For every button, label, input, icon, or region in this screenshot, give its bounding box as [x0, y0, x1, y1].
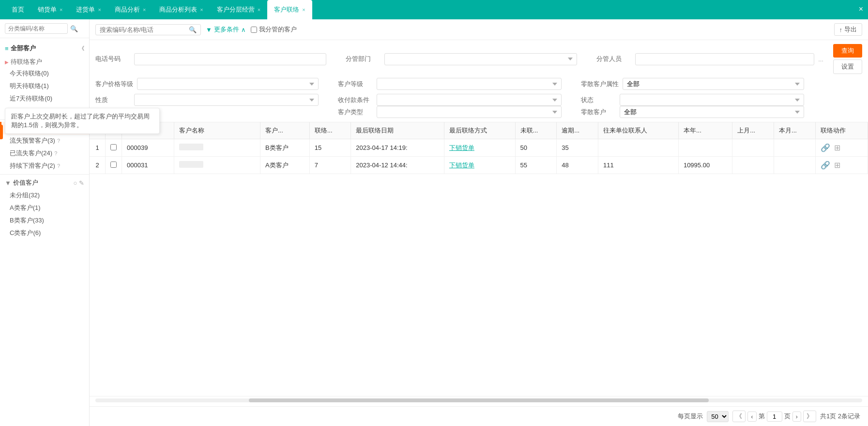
row-checkbox-cell: [106, 139, 122, 157]
page-input[interactable]: [767, 411, 782, 422]
row-this-month: [774, 139, 816, 157]
col-header-last-contact-method: 最后联络方式: [444, 122, 515, 139]
payment-select[interactable]: [377, 94, 561, 106]
table-header-row: ⚙ 客户编码 客户名称 客户...: [90, 122, 868, 139]
persist-decline-help-icon[interactable]: ?: [57, 163, 60, 169]
sidebar-item-7days-pending[interactable]: 近7天待联络(0): [0, 92, 89, 105]
col-header-overdue: 逾期...: [557, 122, 598, 139]
dept-label: 分管部门: [346, 55, 384, 63]
action-link-icon[interactable]: 🔗: [821, 161, 830, 170]
manager-label: 分管人员: [596, 55, 635, 63]
sidebar-item-lost-preview[interactable]: 流失预警客户(3) ?: [0, 134, 89, 147]
scrollbar-thumb: [249, 398, 709, 402]
search-icon[interactable]: 🔍: [189, 26, 197, 33]
search-input[interactable]: [100, 26, 187, 33]
filter-cell-price-grade: 客户价格等级: [95, 78, 319, 90]
row-last-month: [732, 157, 774, 174]
my-customers-checkbox[interactable]: [251, 27, 257, 33]
sidebar-item-b-class[interactable]: B类客户(33): [0, 214, 89, 227]
per-page-label: 每页显示: [678, 412, 703, 421]
nav-tab-product-analysis-list[interactable]: 商品分析列表 ×: [152, 0, 210, 19]
row-checkbox[interactable]: [110, 144, 117, 150]
export-button[interactable]: ↑ 导出: [834, 23, 863, 36]
action-more-icon[interactable]: ⊞: [834, 161, 840, 170]
sidebar-item-already-lost[interactable]: 已流失客户(24) ?: [0, 147, 89, 160]
row-this-month: [774, 157, 816, 174]
window-close-button[interactable]: ×: [859, 5, 863, 14]
row-name: [174, 157, 260, 174]
close-purchase-tab[interactable]: ×: [98, 7, 101, 13]
value-edit-icon[interactable]: ○ ✎: [74, 179, 84, 187]
nav-tab-home[interactable]: 首页: [5, 0, 31, 19]
row-code: 000031: [122, 157, 174, 174]
sidebar-pending-group: ▶ 待联络客户: [0, 56, 89, 67]
already-lost-help-icon[interactable]: ?: [54, 150, 57, 156]
nav-tab-purchase[interactable]: 进货单 ×: [69, 0, 107, 19]
row-cust-type: A类客户: [260, 157, 309, 174]
col-header-last-contact-date: 最后联络日期: [351, 122, 444, 139]
lost-preview-help-icon[interactable]: ?: [57, 138, 60, 144]
dept-select[interactable]: [384, 53, 577, 65]
row-unit-contact: 111: [598, 157, 678, 174]
row-checkbox[interactable]: [110, 162, 117, 168]
nav-tab-customer-contact[interactable]: 客户联络 ×: [267, 0, 312, 19]
cust-type-select[interactable]: [377, 106, 561, 118]
close-product-analysis-list-tab[interactable]: ×: [200, 7, 203, 13]
horizontal-scrollbar[interactable]: [95, 398, 862, 402]
value-tri-icon: ▼: [5, 179, 11, 187]
sidebar-value-group[interactable]: ▼ 价值客户 ○ ✎: [0, 176, 89, 189]
per-page-select[interactable]: 50: [707, 411, 729, 422]
next-page-btn[interactable]: ›: [792, 411, 801, 422]
total-pages-label: 页: [784, 412, 791, 421]
toolbar: 🔍 ▼ 更多条件 ∧ 我分管的客户 ↑ 导出: [90, 19, 868, 40]
row-cust-type: B类客户: [260, 139, 309, 157]
first-page-btn[interactable]: 《: [732, 411, 746, 422]
settings-button[interactable]: 设置: [833, 59, 862, 74]
sidebar-item-ungroup[interactable]: 未分组(32): [0, 189, 89, 202]
sidebar-item-today-pending[interactable]: 今天待联络(0): [0, 67, 89, 80]
row-unit-contact: [598, 139, 678, 157]
retail-attr-label: 零散客户属性: [581, 80, 623, 88]
gender-select[interactable]: [134, 94, 319, 106]
col-header-uncontact: 未联...: [515, 122, 557, 139]
nav-tab-sales[interactable]: 销货单 ×: [31, 0, 69, 19]
sidebar-search-input[interactable]: [5, 23, 68, 34]
sidebar-item-persist-decline[interactable]: 持续下滑客户(2) ?: [0, 160, 89, 172]
filter-actions: 查询 设置: [833, 44, 862, 74]
phone-input[interactable]: [134, 53, 326, 65]
close-sales-tab[interactable]: ×: [60, 7, 62, 13]
close-customer-contact-tab[interactable]: ×: [302, 7, 305, 13]
row-checkbox-cell: [106, 157, 122, 174]
action-link-icon[interactable]: 🔗: [821, 143, 830, 152]
last-contact-method-link[interactable]: 下销货单: [449, 144, 474, 151]
filter-cell-payment: 收付款条件: [338, 94, 561, 106]
manager-dots[interactable]: ...: [814, 56, 827, 63]
row-num: 2: [90, 157, 106, 174]
col-header-this-year: 本年...: [678, 122, 732, 139]
sidebar-search-area: 🔍: [0, 19, 89, 38]
sidebar-item-c-class[interactable]: C类客户(6): [0, 227, 89, 239]
nav-tab-customer-tier[interactable]: 客户分层经营 ×: [210, 0, 267, 19]
action-more-icon[interactable]: ⊞: [834, 143, 840, 152]
sidebar-search-icon[interactable]: 🔍: [70, 25, 78, 32]
sidebar-item-a-class[interactable]: A类客户(1): [0, 202, 89, 214]
price-grade-select[interactable]: [137, 78, 319, 90]
query-button[interactable]: 查询: [833, 44, 862, 58]
last-contact-method-link[interactable]: 下销货单: [449, 162, 474, 169]
sidebar-all-customers[interactable]: ≡ 全部客户 《: [0, 41, 89, 56]
collapse-btn[interactable]: 《: [79, 45, 84, 52]
close-product-analysis-tab[interactable]: ×: [143, 7, 146, 13]
last-page-btn[interactable]: 》: [803, 411, 816, 422]
status-select[interactable]: [620, 94, 804, 106]
more-conditions-btn[interactable]: ▼ 更多条件 ∧: [206, 25, 246, 34]
row-num: 1: [90, 139, 106, 157]
close-customer-tier-tab[interactable]: ×: [258, 7, 260, 13]
manager-input[interactable]: [635, 53, 814, 65]
prev-page-btn[interactable]: ‹: [747, 411, 756, 422]
retail-cust-select[interactable]: 全部: [620, 106, 804, 118]
sidebar-item-tomorrow-pending[interactable]: 明天待联络(1): [0, 80, 89, 92]
row-this-year: [678, 139, 732, 157]
retail-attr-select[interactable]: 全部: [623, 78, 804, 90]
nav-tab-product-analysis[interactable]: 商品分析 ×: [108, 0, 152, 19]
cust-grade-select[interactable]: [377, 78, 561, 90]
